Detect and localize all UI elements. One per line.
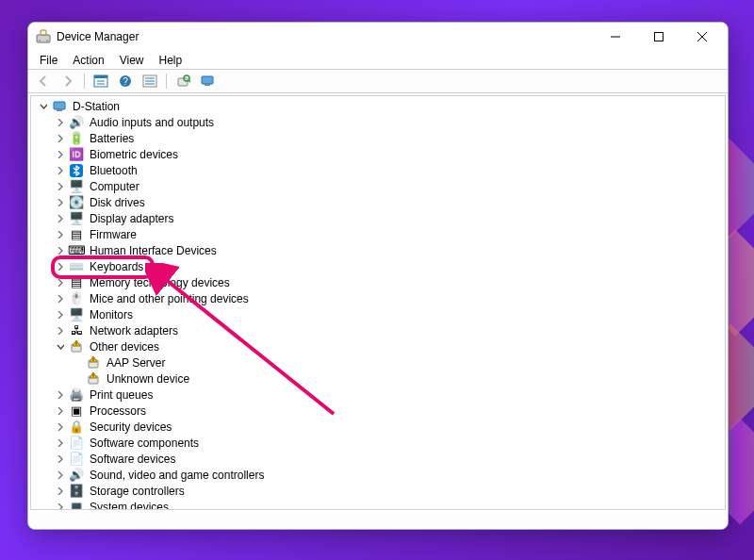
expand-icon[interactable] [54,132,67,145]
menu-view[interactable]: View [112,53,152,68]
battery-icon: 🔋 [69,131,84,146]
tree-category[interactable]: 🖥️Display adapters [54,210,725,226]
tree-category[interactable]: 🖧Network adapters [54,322,725,338]
tree-root[interactable]: D-Station [37,98,725,114]
tree-category[interactable]: 🖨️Print queues [54,387,725,403]
expand-icon[interactable] [54,244,67,257]
svg-point-2 [39,40,41,41]
tree-category-label: Security devices [88,420,173,434]
monitor-icon: 🖥️ [69,307,84,322]
tree-category[interactable]: 💻System devices [54,499,725,509]
tree-category-label: Display adapters [88,212,175,225]
toolbar: ? [28,69,728,93]
toolbar-add-legacy-button[interactable] [196,71,219,91]
expand-icon[interactable] [54,469,67,482]
tree-category-label: Other devices [88,340,161,354]
close-button[interactable] [680,23,724,51]
menu-help[interactable]: Help [152,53,190,68]
svg-rect-13 [205,84,210,86]
expand-icon[interactable] [54,420,67,434]
tree-category-label: Processors [88,404,148,418]
expand-icon[interactable] [54,164,67,177]
memory-icon: ▤ [69,275,84,290]
tree-category[interactable]: 📄Software components [54,435,725,451]
collapse-icon[interactable] [54,340,67,354]
expand-icon[interactable] [54,324,67,338]
toolbar-separator [166,74,167,89]
tree-category[interactable]: 🔋Batteries [54,130,725,146]
tree-category[interactable]: ▤Firmware [54,226,725,242]
svg-rect-21 [92,357,93,359]
tree-device[interactable]: AAP Server [71,354,725,371]
tree-category[interactable]: 🗄️Storage controllers [54,483,725,499]
tree-category[interactable]: 🖱️Mice and other pointing devices [54,290,725,306]
expand-icon[interactable] [54,308,67,321]
hid-icon: ⌨ [69,243,84,258]
titlebar[interactable]: Device Manager [28,23,728,51]
expand-icon[interactable] [54,404,67,418]
tree-category[interactable]: 🖥️Monitors [54,306,725,322]
svg-rect-10 [178,78,188,86]
computer-icon: 🖥️ [69,179,84,194]
expand-icon[interactable] [54,485,67,498]
expand-icon[interactable] [54,260,67,273]
tree-category[interactable]: 🆔Biometric devices [54,146,725,162]
window-controls [594,23,724,51]
speaker-icon: 🔊 [69,468,84,483]
tree-category-label: Audio inputs and outputs [88,116,216,129]
tree-category[interactable]: 🔒Security devices [54,419,725,435]
tree-device-label: Unknown device [105,372,191,386]
tree-category[interactable]: Bluetooth [54,162,725,178]
svg-rect-14 [54,102,65,109]
display-icon: 🖥️ [69,211,84,226]
toolbar-show-hidden-button[interactable] [90,71,112,91]
svg-rect-24 [92,373,93,375]
tree-category[interactable]: ▣Processors [54,403,725,419]
tree-root-label: D-Station [71,100,122,113]
tree-category[interactable]: 🔊Audio inputs and outputs [54,114,725,130]
menubar: File Action View Help [28,51,728,69]
toolbar-back-button[interactable] [32,71,55,91]
expand-icon[interactable] [54,388,67,402]
chip-icon: ▤ [69,227,84,242]
expand-icon[interactable] [54,501,67,510]
tree-category[interactable]: Other devices [54,338,725,354]
tree-category-label: Human Interface Devices [88,244,219,257]
tree-category[interactable]: 🔊Sound, video and game controllers [54,467,725,483]
expand-icon[interactable] [54,436,67,450]
tree-category[interactable]: 🖥️Computer [54,178,725,194]
expand-icon[interactable] [54,116,67,129]
expand-icon[interactable] [54,212,67,225]
network-icon: 🖧 [69,323,84,338]
collapse-icon[interactable] [37,100,50,113]
expand-icon[interactable] [54,276,67,289]
tree-category-label: Bluetooth [88,164,139,177]
tree-category[interactable]: 📄Software devices [54,451,725,467]
warning-device-icon [86,371,101,387]
toolbar-action-menu-button[interactable] [139,71,161,91]
toolbar-forward-button[interactable] [57,71,79,91]
toolbar-scan-button[interactable] [172,71,194,91]
device-tree[interactable]: D-Station🔊Audio inputs and outputs🔋Batte… [31,96,725,509]
menu-file[interactable]: File [32,53,65,68]
tree-category-label: Software devices [88,453,177,466]
tree-category[interactable]: 💽Disk drives [54,194,725,210]
toolbar-help-button[interactable]: ? [114,71,137,91]
mouse-icon: 🖱️ [69,291,84,306]
svg-rect-6 [94,75,107,78]
maximize-button[interactable] [637,23,680,51]
tree-category[interactable]: ⌨Human Interface Devices [54,242,725,258]
tree-category[interactable]: ⌨️Keyboards [54,258,725,274]
minimize-button[interactable] [594,23,637,51]
expand-icon[interactable] [54,453,67,466]
expand-icon[interactable] [54,292,67,305]
expand-icon[interactable] [54,180,67,193]
tree-device[interactable]: Unknown device [71,371,725,387]
svg-rect-25 [92,376,93,377]
statusbar [28,512,728,529]
expand-icon[interactable] [54,148,67,161]
menu-action[interactable]: Action [65,53,111,68]
expand-icon[interactable] [54,228,67,241]
tree-category[interactable]: ▤Memory technology devices [54,274,725,290]
expand-icon[interactable] [54,196,67,209]
